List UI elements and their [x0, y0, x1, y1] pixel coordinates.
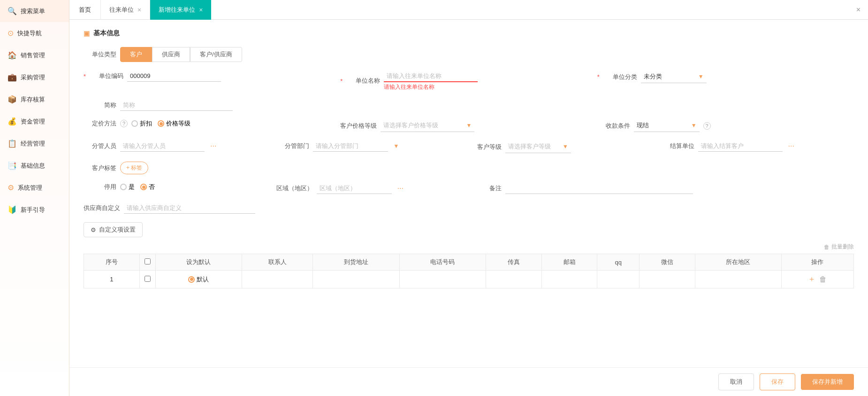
tab-partners-label: 往来单位: [109, 6, 134, 14]
manager-label: 分管人员: [84, 142, 116, 150]
supplier-custom-input[interactable]: [124, 202, 255, 214]
sidebar-label-operations: 经营管理: [21, 140, 45, 148]
row-del-btn[interactable]: 🗑: [819, 275, 827, 284]
region-dots-btn[interactable]: ···: [396, 184, 405, 193]
payment-terms-select[interactable]: 现结 ▼: [634, 119, 700, 132]
unit-type-row: 单位类型 客户 供应商 客户/供应商: [84, 47, 854, 62]
tags-label: 客户标签: [84, 164, 116, 172]
save-button[interactable]: 保存: [760, 373, 795, 390]
main-area: 首页 往来单位 × 新增往来单位 × × ▣ 基本信息 单位类型 客户 供应商 …: [69, 0, 868, 396]
batch-del-icon: 🗑: [824, 244, 830, 250]
custom-settings-label: 自定义项设置: [99, 225, 136, 234]
sidebar-item-finance[interactable]: 💰 资金管理: [0, 110, 69, 132]
col-contact: 联系人: [242, 254, 312, 271]
disable-no-label: 否: [149, 183, 155, 191]
manager-input[interactable]: [120, 140, 205, 152]
unit-code-field: * 单位编码: [84, 70, 340, 82]
tab-new-partner-close[interactable]: ×: [199, 7, 203, 13]
select-all-checkbox[interactable]: [145, 258, 151, 264]
manager-dots-btn[interactable]: ···: [208, 142, 218, 150]
col-address: 到货地址: [313, 254, 399, 271]
row-wechat: [639, 271, 695, 288]
sidebar-item-system[interactable]: ⚙ 系统管理: [0, 177, 69, 199]
payment-terms-arrow: ▼: [691, 122, 697, 129]
pricing-help-icon[interactable]: ?: [120, 120, 128, 127]
cust-price-placeholder: 请选择客户价格等级: [383, 121, 438, 130]
settings-gear-icon: ⚙: [91, 226, 96, 233]
basicinfo-icon: 📑: [8, 161, 17, 170]
tab-bar-close-all[interactable]: ×: [856, 6, 868, 14]
sidebar-label-sales: 销售管理: [21, 51, 45, 60]
search-icon: 🔍: [8, 7, 17, 16]
cust-level-select[interactable]: 请选择客户等级 ▼: [505, 140, 571, 153]
row-default-radio[interactable]: 默认: [160, 275, 237, 284]
row-email: [541, 271, 597, 288]
tab-partners[interactable]: 往来单位 ×: [101, 0, 150, 20]
settlement-input[interactable]: [698, 140, 783, 152]
type-btn-both[interactable]: 客户/供应商: [190, 47, 242, 62]
sidebar-item-purchase[interactable]: 💼 采购管理: [0, 66, 69, 88]
row-contact: [242, 271, 312, 288]
col-email: 邮箱: [541, 254, 597, 271]
settlement-dots-btn[interactable]: ···: [786, 142, 796, 150]
region-label: 区域（地区）: [276, 184, 313, 193]
batch-delete-btn[interactable]: 🗑 批量删除: [824, 243, 854, 251]
save-new-button[interactable]: 保存并新增: [801, 374, 854, 390]
row-checkbox-input[interactable]: [145, 276, 151, 282]
sidebar-item-sales[interactable]: 🏠 销售管理: [0, 44, 69, 66]
unit-name-input[interactable]: [384, 70, 478, 82]
sidebar-item-operations[interactable]: 📋 经营管理: [0, 132, 69, 155]
tab-home[interactable]: 首页: [69, 0, 101, 20]
sidebar-label-finance: 资金管理: [21, 117, 45, 126]
type-btn-customer[interactable]: 客户: [120, 47, 152, 62]
region-input[interactable]: [317, 183, 392, 194]
col-actions: 操作: [781, 254, 853, 271]
custom-settings-btn[interactable]: ⚙ 自定义项设置: [84, 222, 143, 237]
pricing-label: 定价方法: [84, 119, 116, 128]
tab-partners-close[interactable]: ×: [137, 7, 141, 13]
row-qq: [597, 271, 640, 288]
unit-type-label: 单位类型: [84, 50, 116, 59]
unit-category-arrow: ▼: [698, 73, 704, 80]
unit-code-input[interactable]: [127, 70, 221, 82]
cancel-button[interactable]: 取消: [718, 373, 754, 390]
contact-table-section: 🗑 批量删除 序号 设为默认 联系人 到货地址 电话号码 传真 邮箱 qq: [84, 243, 854, 288]
row-action-buttons: ＋ 🗑: [786, 274, 849, 284]
section-icon: ▣: [84, 30, 90, 37]
dept-input[interactable]: [313, 140, 388, 152]
sidebar-item-search[interactable]: 🔍 搜索菜单: [0, 0, 69, 22]
supplier-custom-row: 供应商自定义: [84, 202, 854, 214]
pricing-discount[interactable]: 折扣: [131, 119, 152, 128]
remark-input[interactable]: [505, 183, 693, 194]
disable-yes[interactable]: 是: [120, 183, 135, 191]
sidebar-item-quicknav[interactable]: ⊙ 快捷导航: [0, 22, 69, 44]
unit-category-select[interactable]: 未分类 ▼: [641, 70, 707, 83]
disable-no[interactable]: 否: [140, 183, 155, 191]
system-icon: ⚙: [8, 183, 14, 192]
row-add-btn[interactable]: ＋: [808, 274, 815, 284]
col-seq: 序号: [84, 254, 140, 271]
sidebar-label-inventory: 库存核算: [21, 95, 45, 104]
row-location: [695, 271, 781, 288]
pricing-field: 定价方法 ? 折扣 价格等级: [84, 119, 340, 128]
cust-price-label: 客户价格等级: [340, 122, 377, 130]
payment-terms-value: 现结: [637, 121, 649, 130]
sidebar-item-inventory[interactable]: 📦 库存核算: [0, 88, 69, 110]
payment-terms-help-icon[interactable]: ?: [703, 122, 711, 130]
batch-del-label: 批量删除: [831, 243, 854, 251]
pricing-row: 定价方法 ? 折扣 价格等级 客户价格等级 请选择客户价格等级: [84, 119, 854, 132]
cust-price-field: 客户价格等级 请选择客户价格等级 ▼: [340, 119, 597, 132]
pricing-price-level[interactable]: 价格等级: [158, 119, 190, 128]
sidebar-item-guide[interactable]: 🔰 新手引导: [0, 199, 69, 221]
type-btn-supplier[interactable]: 供应商: [152, 47, 190, 62]
col-fax: 传真: [486, 254, 542, 271]
disable-no-radio: [140, 184, 147, 190]
row-default-circle: [188, 276, 195, 283]
sidebar-item-basic-info[interactable]: 📑 基础信息: [0, 155, 69, 177]
cust-price-select[interactable]: 请选择客户价格等级 ▼: [381, 119, 474, 132]
tag-add-btn[interactable]: + 标签: [120, 162, 148, 174]
dept-label: 分管部门: [276, 142, 309, 150]
tab-new-partner[interactable]: 新增往来单位 ×: [150, 0, 211, 20]
abbr-input[interactable]: [120, 100, 233, 111]
col-wechat: 微信: [639, 254, 695, 271]
